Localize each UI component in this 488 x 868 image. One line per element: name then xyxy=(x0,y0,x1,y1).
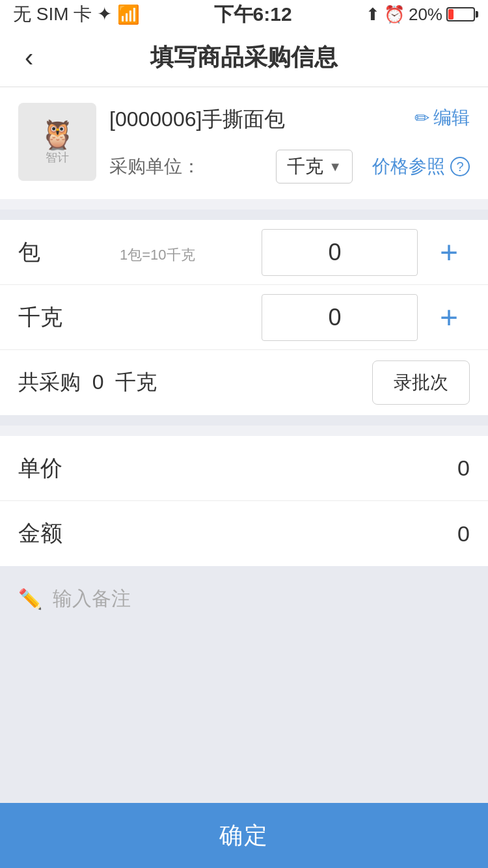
product-header: [0000006]手撕面包 ✏ 编辑 xyxy=(109,105,470,134)
status-bar: 无 SIM 卡 ✦ 📶 下午6:12 ⬆ ⏰ 20% xyxy=(0,0,488,29)
battery-icon xyxy=(446,7,475,21)
bag-input-row: 包 1包=10千克 + xyxy=(0,220,488,285)
divider-band-1 xyxy=(0,210,488,220)
record-batch-button[interactable]: 录批次 xyxy=(372,360,470,405)
location-icon: ⬆ xyxy=(366,5,380,25)
wifi-icon: 📶 xyxy=(117,4,140,25)
chevron-down-icon: ▼ xyxy=(329,159,342,174)
amount-row: 金额 0 xyxy=(0,501,488,566)
bag-plus-button[interactable]: + xyxy=(428,229,470,276)
bag-label: 包 xyxy=(18,237,109,267)
unit-label: 采购单位： xyxy=(109,154,200,179)
kg-input-right: + xyxy=(109,294,470,341)
status-right: ⬆ ⏰ 20% xyxy=(366,5,475,25)
info-icon: ? xyxy=(450,157,470,176)
product-name: [0000006]手撕面包 xyxy=(109,105,285,134)
nav-bar: ‹ 填写商品采购信息 xyxy=(0,29,488,87)
bag-quantity-input[interactable] xyxy=(262,229,418,276)
notes-inner: ✏️ 输入备注 xyxy=(18,586,470,612)
total-prefix: 共采购 xyxy=(18,370,81,394)
total-unit: 千克 xyxy=(115,370,157,394)
sim-status: 无 SIM 卡 ✦ xyxy=(13,2,112,27)
page-title: 填写商品采购信息 xyxy=(150,42,338,74)
bag-input-right: + xyxy=(195,229,470,276)
back-button[interactable]: ‹ xyxy=(18,36,40,79)
product-image: 🦉 智计 xyxy=(18,103,96,181)
alarm-icon: ⏰ xyxy=(384,5,405,25)
pencil-icon: ✏️ xyxy=(18,588,42,610)
kg-input-row: 千克 + xyxy=(0,285,488,350)
battery-percent: 20% xyxy=(409,5,442,25)
input-section: 包 1包=10千克 + 千克 + xyxy=(0,220,488,350)
price-ref-label: 价格参照 xyxy=(372,154,445,179)
price-label: 单价 xyxy=(18,454,62,483)
status-time: 下午6:12 xyxy=(214,1,292,28)
amount-value: 0 xyxy=(457,521,470,547)
edit-icon: ✏ xyxy=(414,107,429,129)
product-info: [0000006]手撕面包 ✏ 编辑 采购单位： 千克 ▼ 价格参照 ? xyxy=(109,103,470,183)
product-thumbnail: 🦉 智计 xyxy=(40,120,75,163)
total-row: 共采购 0 千克 录批次 xyxy=(0,350,488,415)
notes-placeholder: 输入备注 xyxy=(53,586,131,612)
amount-label: 金额 xyxy=(18,519,62,549)
total-label: 共采购 0 千克 xyxy=(18,368,157,397)
price-row: 单价 0 xyxy=(0,436,488,501)
edit-button[interactable]: ✏ 编辑 xyxy=(414,105,470,130)
divider-band-2 xyxy=(0,415,488,426)
purchase-unit-row: 采购单位： 千克 ▼ 价格参照 ? xyxy=(109,150,470,183)
product-image-label: 智计 xyxy=(46,152,69,163)
total-value: 0 xyxy=(92,370,104,394)
kg-label: 千克 xyxy=(18,303,109,332)
product-section: 🦉 智计 [0000006]手撕面包 ✏ 编辑 采购单位： 千克 ▼ 价格参照 … xyxy=(0,87,488,199)
confirm-button[interactable]: 确定 xyxy=(0,803,488,868)
status-left: 无 SIM 卡 ✦ 📶 xyxy=(13,2,140,27)
info-section: 单价 0 金额 0 xyxy=(0,436,488,566)
notes-section[interactable]: ✏️ 输入备注 xyxy=(0,566,488,696)
price-value: 0 xyxy=(457,455,470,481)
edit-label: 编辑 xyxy=(433,105,470,130)
kg-quantity-input[interactable] xyxy=(262,294,418,341)
unit-select[interactable]: 千克 ▼ xyxy=(276,150,353,183)
kg-plus-button[interactable]: + xyxy=(428,294,470,341)
bag-sub-label: 1包=10千克 xyxy=(120,245,195,265)
price-ref-button[interactable]: 价格参照 ? xyxy=(372,154,470,179)
unit-value: 千克 xyxy=(287,154,323,179)
